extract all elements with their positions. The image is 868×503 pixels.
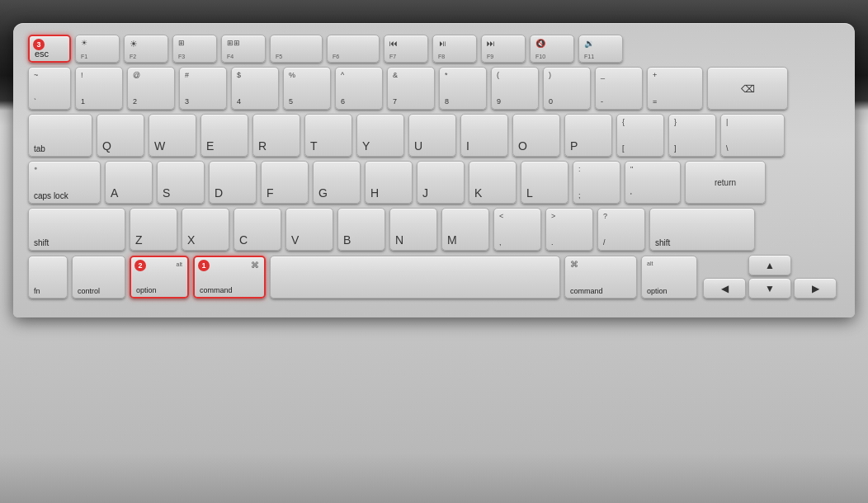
f3-key[interactable]: ⊞ F3 [172, 35, 217, 63]
slash-key[interactable]: ? / [597, 208, 645, 251]
m-key[interactable]: M [441, 208, 489, 251]
7-key[interactable]: & 7 [387, 67, 435, 110]
command-badge: 1 [198, 260, 210, 271]
comma-key[interactable]: < , [493, 208, 541, 251]
arrow-left-key[interactable]: ◀ [703, 278, 746, 299]
keyboard-background: 3 esc ☀ F1 ☀ F2 ⊞ F3 ⊞⊞ F4 F5 [0, 0, 868, 503]
u-key[interactable]: U [408, 114, 456, 157]
p-key[interactable]: P [564, 114, 612, 157]
minus-key[interactable]: _ - [595, 67, 643, 110]
w-key[interactable]: W [149, 114, 196, 157]
esc-key[interactable]: 3 esc [28, 35, 71, 63]
right-shift-key[interactable]: shift [649, 208, 755, 251]
keyboard-body: 3 esc ☀ F1 ☀ F2 ⊞ F3 ⊞⊞ F4 F5 [13, 23, 855, 317]
6-key[interactable]: ^ 6 [335, 67, 383, 110]
f9-key[interactable]: ⏭ F9 [481, 35, 526, 63]
arrow-up-key[interactable]: ▲ [748, 255, 791, 275]
0-key[interactable]: ) 0 [543, 67, 591, 110]
a-key[interactable]: A [105, 161, 153, 204]
f1-key[interactable]: ☀ F1 [75, 35, 120, 63]
command-right-key[interactable]: ⌘ command [564, 256, 637, 299]
f11-key[interactable]: 🔉 F11 [578, 35, 623, 63]
spacebar-key[interactable] [270, 256, 560, 299]
f8-key[interactable]: ⏯ F8 [432, 35, 477, 63]
arrow-right-key[interactable]: ▶ [794, 278, 837, 299]
arrow-cluster: ▲ ◀ ▼ ▶ [703, 255, 837, 299]
q-key[interactable]: Q [97, 114, 144, 157]
left-shift-key[interactable]: shift [28, 208, 125, 251]
3-key[interactable]: # 3 [179, 67, 227, 110]
8-key[interactable]: * 8 [439, 67, 487, 110]
f5-key[interactable]: F5 [270, 35, 323, 63]
k-key[interactable]: K [469, 161, 517, 204]
zxcv-row: shift Z X C V B N M < , > . ? / shift [28, 208, 840, 251]
d-key[interactable]: D [209, 161, 257, 204]
close-bracket-key[interactable]: } ] [668, 114, 716, 157]
qwerty-row: tab Q W E R T Y U I O P { [ } ] | \ [28, 114, 840, 157]
f-key[interactable]: F [261, 161, 309, 204]
arrow-down-key[interactable]: ▼ [748, 278, 791, 299]
t-key[interactable]: T [304, 114, 352, 157]
s-key[interactable]: S [157, 161, 205, 204]
option-left-key[interactable]: 2 alt option [130, 256, 189, 299]
tilde-key[interactable]: ~ ` [28, 67, 71, 110]
g-key[interactable]: G [313, 161, 361, 204]
number-row: ~ ` ! 1 @ 2 # 3 $ 4 % 5 [28, 67, 840, 110]
option-right-key[interactable]: alt option [641, 256, 697, 299]
f4-key[interactable]: ⊞⊞ F4 [221, 35, 266, 63]
h-key[interactable]: H [365, 161, 413, 204]
control-key[interactable]: control [72, 256, 125, 299]
backslash-key[interactable]: | \ [720, 114, 785, 157]
command-left-key[interactable]: 1 ⌘ command [193, 256, 266, 299]
tab-key[interactable]: tab [28, 114, 92, 157]
return-key[interactable]: return [685, 161, 766, 204]
open-bracket-key[interactable]: { [ [616, 114, 664, 157]
e-key[interactable]: E [200, 114, 248, 157]
9-key[interactable]: ( 9 [491, 67, 539, 110]
bottom-row: fn control 2 alt option 1 ⌘ command ⌘ [28, 255, 840, 299]
o-key[interactable]: O [512, 114, 560, 157]
option-badge: 2 [134, 260, 146, 271]
x-key[interactable]: X [182, 208, 229, 251]
esc-badge: 3 [33, 39, 45, 50]
1-key[interactable]: ! 1 [75, 67, 123, 110]
f10-key[interactable]: 🔇 F10 [530, 35, 574, 63]
v-key[interactable]: V [285, 208, 333, 251]
semicolon-key[interactable]: : ; [573, 161, 620, 204]
n-key[interactable]: N [389, 208, 437, 251]
esc-label: esc [35, 49, 49, 59]
f2-key[interactable]: ☀ F2 [124, 35, 168, 63]
caps-lock-key[interactable]: ● caps lock [28, 161, 101, 204]
b-key[interactable]: B [337, 208, 385, 251]
home-row: ● caps lock A S D F G H J K L : ; " ' re… [28, 161, 840, 204]
4-key[interactable]: $ 4 [231, 67, 279, 110]
backspace-key[interactable]: ⌫ [707, 67, 788, 110]
l-key[interactable]: L [521, 161, 568, 204]
5-key[interactable]: % 5 [283, 67, 331, 110]
r-key[interactable]: R [252, 114, 300, 157]
f7-key[interactable]: ⏮ F7 [384, 35, 428, 63]
j-key[interactable]: J [417, 161, 465, 204]
c-key[interactable]: C [234, 208, 281, 251]
z-key[interactable]: Z [130, 208, 177, 251]
y-key[interactable]: Y [356, 114, 404, 157]
2-key[interactable]: @ 2 [127, 67, 175, 110]
fn-row: 3 esc ☀ F1 ☀ F2 ⊞ F3 ⊞⊞ F4 F5 [28, 35, 840, 63]
i-key[interactable]: I [460, 114, 508, 157]
period-key[interactable]: > . [545, 208, 593, 251]
quote-key[interactable]: " ' [625, 161, 681, 204]
f6-key[interactable]: F6 [327, 35, 380, 63]
equals-key[interactable]: + = [647, 67, 703, 110]
fn-key[interactable]: fn [28, 256, 68, 299]
